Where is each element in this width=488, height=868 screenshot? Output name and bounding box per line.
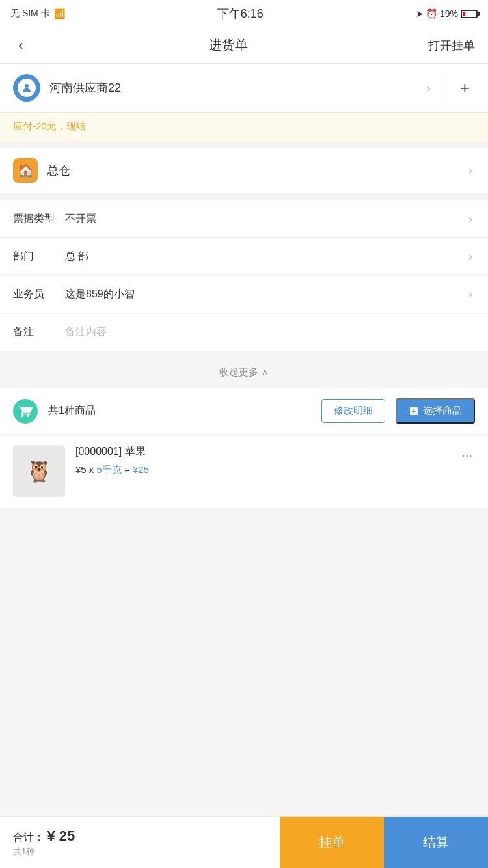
dept-label: 部门 — [13, 250, 65, 264]
select-product-label: 选择商品 — [423, 405, 462, 417]
add-supplier-button[interactable]: + — [455, 75, 475, 101]
supplier-notice: 应付-20元，现结 — [0, 112, 488, 141]
total-label: 合计： — [13, 832, 44, 843]
product-owl-icon: 🦉 — [26, 459, 52, 483]
edit-detail-button[interactable]: 修改明细 — [321, 399, 385, 423]
product-count-icon — [13, 399, 38, 424]
status-right: ➤ ⏰ 19% — [416, 8, 478, 19]
warehouse-name: 总仓 — [47, 163, 468, 178]
remark-label: 备注 — [13, 325, 65, 339]
sales-row[interactable]: 业务员 这是859的小智 › — [0, 275, 488, 313]
open-pending-button[interactable]: 打开挂单 — [428, 38, 475, 53]
nav-bar: ‹ 进货单 打开挂单 — [0, 27, 488, 64]
product-code: [0000001] — [75, 446, 122, 457]
supplier-divider — [444, 75, 444, 101]
status-time: 下午6:16 — [217, 6, 264, 21]
product-title: [0000001] 苹果 — [75, 445, 448, 459]
select-product-icon — [409, 406, 419, 416]
dept-chevron-icon: › — [468, 250, 472, 264]
battery-label: 19% — [440, 8, 458, 19]
supplier-avatar-inner — [18, 79, 36, 97]
select-product-button[interactable]: 选择商品 — [396, 398, 475, 424]
location-icon: ➤ — [416, 8, 424, 19]
invoice-label: 票据类型 — [13, 212, 65, 226]
battery-fill — [463, 12, 465, 16]
product-price: ¥5 x 5千克 = ¥25 — [75, 464, 448, 476]
sales-label: 业务员 — [13, 288, 65, 301]
product-name: 苹果 — [125, 446, 146, 457]
sales-value: 这是859的小智 — [65, 288, 468, 301]
battery-icon — [461, 10, 478, 18]
product-header: 共1种商品 修改明细 选择商品 — [0, 388, 488, 434]
sales-chevron-icon: › — [468, 288, 472, 301]
dept-value: 总 部 — [65, 250, 468, 264]
svg-point-0 — [25, 84, 29, 88]
product-info: [0000001] 苹果 ¥5 x 5千克 = ¥25 — [75, 445, 448, 476]
status-left: 无 SIM 卡 📶 — [10, 8, 65, 20]
back-button[interactable]: ‹ — [13, 32, 28, 59]
supplier-section: 河南供应商22 › + 应付-20元，现结 — [0, 64, 488, 141]
total-amount: ¥ 25 — [47, 828, 75, 844]
invoice-chevron-icon: › — [468, 212, 472, 226]
form-section: 票据类型 不开票 › 部门 总 部 › 业务员 这是859的小智 › 备注 备注… — [0, 200, 488, 351]
invoice-value: 不开票 — [65, 212, 468, 226]
person-icon — [21, 82, 33, 94]
carrier-label: 无 SIM 卡 — [10, 8, 50, 20]
supplier-name: 河南供应商22 — [49, 80, 427, 96]
remark-row[interactable]: 备注 备注内容 — [0, 313, 488, 351]
total-count: 共1种 — [13, 846, 267, 858]
bottom-total: 合计： ¥ 25 共1种 — [0, 817, 280, 868]
collapse-bar[interactable]: 收起更多 ∧ — [0, 357, 488, 388]
remark-value: 备注内容 — [65, 325, 475, 339]
supplier-row[interactable]: 河南供应商22 › + — [0, 64, 488, 112]
dept-row[interactable]: 部门 总 部 › — [0, 237, 488, 275]
page-title: 进货单 — [209, 36, 248, 54]
hang-button[interactable]: 挂单 — [280, 817, 384, 868]
product-card: 🦉 [0000001] 苹果 ¥5 x 5千克 = ¥25 ··· — [0, 434, 488, 508]
pay-button[interactable]: 结算 — [384, 817, 488, 868]
wifi-icon: 📶 — [54, 8, 65, 19]
warehouse-icon: 🏠 — [13, 158, 38, 183]
warehouse-chevron-icon: › — [468, 164, 472, 178]
warehouse-row[interactable]: 🏠 总仓 › — [0, 148, 488, 193]
product-section: 共1种商品 修改明细 选择商品 🦉 [0000001] 苹果 ¥5 x 5千克 … — [0, 388, 488, 508]
invoice-row[interactable]: 票据类型 不开票 › — [0, 200, 488, 237]
bottom-bar: 合计： ¥ 25 共1种 挂单 结算 — [0, 816, 488, 868]
product-more-button[interactable]: ··· — [459, 445, 475, 465]
product-count-label: 共1种商品 — [48, 404, 311, 418]
product-thumbnail: 🦉 — [13, 445, 65, 497]
warehouse-section: 🏠 总仓 › — [0, 148, 488, 193]
alarm-icon: ⏰ — [426, 8, 437, 19]
status-bar: 无 SIM 卡 📶 下午6:16 ➤ ⏰ 19% — [0, 0, 488, 27]
supplier-avatar — [13, 74, 40, 102]
cart-icon — [18, 404, 33, 418]
total-line: 合计： ¥ 25 — [13, 828, 267, 845]
supplier-chevron-icon: › — [427, 81, 431, 95]
